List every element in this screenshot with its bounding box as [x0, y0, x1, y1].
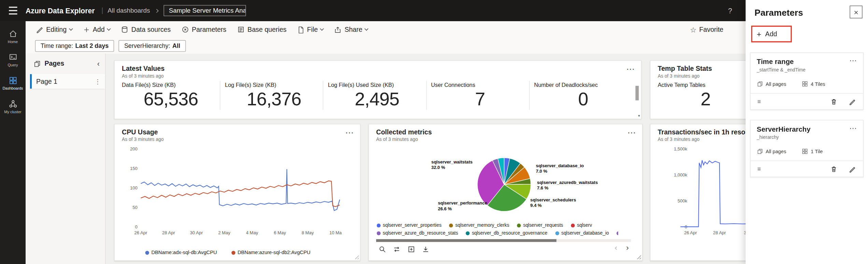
svg-text:500k: 500k [678, 198, 687, 203]
legend-horizontal-scrollbar[interactable] [376, 239, 631, 242]
legend-item: sqlserver_requests [517, 222, 563, 228]
stat-column: Log File(s) Used Size (KB) 2,495 [323, 81, 426, 110]
share-label: Share [344, 26, 362, 34]
chevron-down-icon [69, 27, 73, 31]
close-icon: × [854, 8, 858, 16]
time-range-filter-pill[interactable]: Time range: Last 2 days [35, 40, 114, 52]
svg-text:0: 0 [135, 224, 137, 229]
svg-text:28 Apr: 28 Apr [162, 230, 175, 235]
sidebar-item-home[interactable]: Home [0, 25, 26, 48]
edit-parameter-icon[interactable] [848, 97, 856, 106]
sidebar-item-label: Dashboards [3, 87, 23, 90]
data-sources-button[interactable]: Data sources [121, 26, 171, 34]
add-menu-button[interactable]: Add [83, 26, 110, 34]
svg-text:26 Apr: 26 Apr [134, 230, 147, 235]
legend-dot-icon [466, 231, 470, 235]
add-label: Add [93, 26, 105, 34]
legend-dot-icon [517, 223, 521, 227]
tiles-usage-icon [802, 81, 808, 87]
svg-text:8 May: 8 May [302, 230, 314, 235]
tiles-usage-icon [802, 148, 808, 155]
stat-column: User Connections 7 [426, 81, 529, 110]
sidebar-item-my-cluster[interactable]: My cluster [0, 95, 26, 118]
stat-column: Active Temp Tables 2 [658, 81, 753, 110]
parameter-card-title: Time range [757, 58, 857, 66]
svg-text:150: 150 [130, 166, 138, 171]
plus-icon: + [757, 30, 761, 38]
sidebar-item-query[interactable]: Query [0, 48, 26, 71]
sidebar-item-dashboards[interactable]: Dashboards [0, 71, 26, 95]
help-button[interactable]: ? [721, 0, 739, 21]
svg-text:28 Apr: 28 Apr [713, 230, 726, 235]
add-parameter-button[interactable]: + Add [753, 28, 780, 40]
pager-prev-icon[interactable]: ‹ [615, 243, 617, 251]
parameter-card-time-range: Time range _startTime & _endTime … All p… [750, 52, 864, 110]
parameter-card-title: ServerHierarchy [757, 126, 857, 133]
dashboard-title-input[interactable]: Sample Server Metrics Anal [164, 5, 246, 16]
base-queries-button[interactable]: Base queries [237, 26, 286, 34]
svg-text:4 May: 4 May [246, 230, 258, 235]
dashboards-icon [8, 76, 18, 85]
pager-next-icon[interactable]: › [626, 243, 629, 251]
add-to-dashboard-icon[interactable] [407, 245, 416, 254]
stat-label: Active Temp Tables [658, 82, 753, 88]
server-hierarchy-filter-pill[interactable]: ServerHierarchy: All [119, 40, 186, 52]
time-range-value: Last 2 days [75, 42, 109, 49]
legend-item: sqlserver_server_properties [377, 222, 442, 228]
card-more-icon[interactable]: … [849, 121, 857, 130]
pie-label-performance: sqlserver_performance26.6 % [438, 201, 487, 212]
query-icon [8, 52, 18, 62]
file-label: File [307, 26, 318, 34]
home-icon [8, 29, 18, 39]
legend-item: DBName:adx-sql-db:AvgCPU [145, 250, 217, 255]
swap-arrows-icon[interactable] [392, 245, 401, 254]
delete-parameter-icon[interactable] [829, 97, 838, 106]
legend-item: sqlserver_db_resource_governance [466, 230, 547, 236]
stat-value: 2,495 [328, 89, 426, 110]
search-icon[interactable] [378, 245, 387, 254]
favorite-button[interactable]: ☆ Favorite [690, 26, 723, 34]
edit-parameter-icon[interactable] [848, 164, 856, 173]
stats-row: Data File(s) Size (KB) 65,536 Log File(s… [115, 81, 641, 110]
editing-menu-button[interactable]: Editing [35, 26, 72, 34]
collapse-pages-icon[interactable]: ‹ [97, 60, 100, 67]
svg-text:200: 200 [130, 146, 138, 151]
pages-scope-icon [757, 81, 763, 87]
tiles-usage: 1 Tile [802, 148, 823, 155]
delete-parameter-icon[interactable] [829, 164, 838, 173]
tile-scrollbar[interactable] [636, 86, 639, 100]
scrollbar-thumb[interactable] [376, 239, 556, 242]
svg-text:2 May: 2 May [218, 230, 230, 235]
drag-handle-icon[interactable]: ≡ [757, 166, 761, 172]
pie-label-schedulers: sqlserver_schedulers9.4 % [530, 197, 576, 209]
scroll-down-icon[interactable]: ▾ [638, 114, 640, 118]
hamburger-menu-icon[interactable] [0, 0, 26, 21]
parameter-card-subtitle: _hierarchy [757, 134, 857, 140]
stat-value: 7 [431, 89, 529, 110]
annotation-highlight-box: + Add [751, 26, 792, 42]
top-bar: Azure Data Explorer | All dashboards Sam… [0, 0, 868, 21]
breadcrumb-all-dashboards[interactable]: All dashboards [108, 7, 150, 14]
stat-column: Log File(s) Size (KB) 16,376 [220, 81, 323, 110]
page-more-icon[interactable]: ⋮ [95, 78, 105, 85]
page-item-page-1[interactable]: Page 1 ⋮ [30, 74, 105, 89]
cpu-usage-tile: CPU Usage As of 3 minutes ago … 05010015… [114, 124, 360, 261]
pages-panel-header: Pages ‹ [26, 53, 105, 71]
pages-scope-icon [757, 148, 763, 155]
collected-metrics-tile: Collected metrics As of 3 minutes ago … … [368, 124, 643, 261]
share-menu-button[interactable]: Share [334, 26, 368, 34]
file-menu-button[interactable]: File [297, 26, 323, 34]
drag-handle-icon[interactable]: ≡ [757, 98, 761, 105]
download-icon[interactable] [421, 245, 430, 254]
close-panel-button[interactable]: × [850, 5, 862, 18]
base-queries-icon [237, 26, 245, 34]
tile-more-icon[interactable]: … [626, 61, 636, 74]
legend-item: sqlserver_database_io [555, 230, 609, 236]
card-more-icon[interactable]: … [849, 54, 857, 63]
legend-item: sqlserv [617, 230, 618, 236]
parameters-button[interactable]: Parameters [181, 26, 226, 34]
parameters-panel: Parameters × + Add Time range _startTime… [745, 0, 868, 264]
favorite-label: Favorite [699, 26, 724, 34]
legend-dot-icon [617, 231, 618, 235]
stat-label: Log File(s) Size (KB) [225, 82, 323, 88]
